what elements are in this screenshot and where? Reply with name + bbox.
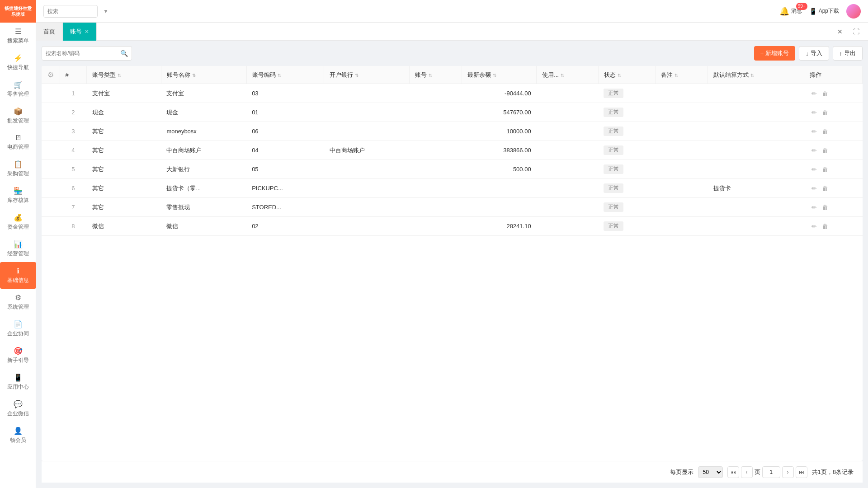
- topbar-search-input[interactable]: [43, 5, 98, 18]
- topbar-dropdown-icon[interactable]: ▼: [103, 8, 108, 14]
- sidebar-item-enterprise-wechat[interactable]: 💬企业微信: [0, 395, 36, 422]
- page-size-select[interactable]: 50 100 200: [698, 466, 723, 478]
- sidebar-item-wholesale[interactable]: 📦批发管理: [0, 103, 36, 129]
- sidebar-item-purchase[interactable]: 📋采购管理: [0, 155, 36, 182]
- cell-notes-1: [655, 103, 708, 122]
- table-header-row: ⚙ # 账号类型⇅ 账号名称⇅ 账号编码⇅ 开户银行⇅ 账号⇅ 最新余额⇅ 使用…: [42, 66, 863, 84]
- tab-account-close[interactable]: ✕: [85, 28, 89, 35]
- status-badge-2: 正常: [604, 127, 623, 136]
- column-code[interactable]: 账号编码⇅: [246, 66, 324, 84]
- cell-usage-6: [537, 198, 599, 217]
- cell-notes-3: [655, 141, 708, 160]
- sidebar-item-retail[interactable]: 🛒零售管理: [0, 76, 36, 103]
- sidebar-item-system[interactable]: ⚙系统管理: [0, 289, 36, 315]
- sidebar-icon-search: ☰: [2, 27, 34, 36]
- cell-status-7: 正常: [598, 217, 655, 236]
- tab-close-all-button[interactable]: ✕: [834, 25, 846, 38]
- sort-code-icon: ⇅: [278, 73, 281, 78]
- cell-payment-6: [708, 198, 804, 217]
- edit-button-3[interactable]: ✏: [810, 147, 819, 154]
- cell-balance-6: [462, 198, 537, 217]
- cell-account-2: [409, 122, 462, 141]
- import-button[interactable]: ↓ 导入: [799, 46, 829, 61]
- delete-button-4[interactable]: 🗑: [820, 166, 830, 173]
- sidebar-label-member: 畅会员: [10, 437, 26, 443]
- edit-button-1[interactable]: ✏: [810, 109, 819, 116]
- edit-button-5[interactable]: ✏: [810, 185, 819, 192]
- column-usage[interactable]: 使用...⇅: [537, 66, 599, 84]
- column-status[interactable]: 状态⇅: [598, 66, 655, 84]
- sidebar-item-search[interactable]: ☰搜索菜单: [0, 23, 36, 49]
- edit-button-4[interactable]: ✏: [810, 166, 819, 173]
- cell-name-4: 大新银行: [161, 160, 246, 179]
- gear-icon: ⚙: [47, 71, 54, 79]
- delete-button-1[interactable]: 🗑: [820, 109, 830, 116]
- tab-home[interactable]: 首页: [36, 23, 63, 41]
- delete-button-2[interactable]: 🗑: [820, 128, 830, 135]
- tab-home-label: 首页: [43, 28, 55, 36]
- cell-type-6: 其它: [87, 198, 161, 217]
- edit-button-7[interactable]: ✏: [810, 223, 819, 230]
- column-account[interactable]: 账号⇅: [409, 66, 462, 84]
- cell-payment-3: [708, 141, 804, 160]
- edit-button-2[interactable]: ✏: [810, 128, 819, 135]
- delete-button-7[interactable]: 🗑: [820, 223, 830, 230]
- table-row: 6 其它 提货卡（零... PICKUPC... 正常 提货卡 ✏ 🗑: [42, 179, 863, 198]
- page-last-button[interactable]: ⏭: [796, 466, 807, 478]
- edit-button-6[interactable]: ✏: [810, 204, 819, 211]
- app-download-button[interactable]: 📱 App下载: [809, 7, 839, 15]
- column-notes[interactable]: 备注⇅: [655, 66, 708, 84]
- main-area: ▼ 🔔 99+ 消息 📱 App下载 首页 账号 ✕ ✕ ⛶: [36, 0, 868, 488]
- delete-button-0[interactable]: 🗑: [820, 90, 830, 97]
- topbar: ▼ 🔔 99+ 消息 📱 App下载: [36, 0, 868, 23]
- edit-button-0[interactable]: ✏: [810, 90, 819, 97]
- column-bank[interactable]: 开户银行⇅: [324, 66, 410, 84]
- tab-account-label: 账号: [70, 28, 82, 36]
- sidebar-item-inventory[interactable]: 🏪库存核算: [0, 182, 36, 209]
- page-prev-button[interactable]: ‹: [741, 466, 753, 478]
- user-avatar[interactable]: [846, 4, 861, 19]
- sidebar-label-guide: 新手引导: [7, 357, 29, 363]
- column-type[interactable]: 账号类型⇅: [87, 66, 161, 84]
- tabbar: 首页 账号 ✕ ✕ ⛶: [36, 23, 868, 41]
- delete-button-5[interactable]: 🗑: [820, 185, 830, 192]
- cell-account-1: [409, 103, 462, 122]
- sidebar-item-member[interactable]: 👤畅会员: [0, 422, 36, 449]
- cell-usage-2: [537, 122, 599, 141]
- sidebar-item-ecommerce[interactable]: 🖥电商管理: [0, 129, 36, 155]
- sidebar-item-quick-nav[interactable]: ⚡快捷导航: [0, 49, 36, 76]
- add-account-button[interactable]: + 新增账号: [754, 46, 795, 61]
- page-next-button[interactable]: ›: [782, 466, 794, 478]
- cell-payment-5: 提货卡: [708, 179, 804, 198]
- cell-name-6: 零售抵现: [161, 198, 246, 217]
- cell-balance-7: 28241.10: [462, 217, 537, 236]
- sidebar-icon-wholesale: 📦: [2, 107, 34, 116]
- delete-button-3[interactable]: 🗑: [820, 147, 830, 154]
- cell-code-6: STORED...: [246, 198, 324, 217]
- tab-account[interactable]: 账号 ✕: [63, 23, 97, 41]
- page-first-button[interactable]: ⏮: [727, 466, 739, 478]
- message-button[interactable]: 🔔 99+ 消息: [779, 6, 802, 16]
- column-settings[interactable]: ⚙: [42, 66, 60, 84]
- sidebar-item-app-center[interactable]: 📱应用中心: [0, 369, 36, 395]
- column-balance[interactable]: 最新余额⇅: [462, 66, 537, 84]
- sidebar-item-guide[interactable]: 🎯新手引导: [0, 342, 36, 369]
- sidebar-item-basic-info[interactable]: ℹ基础信息: [0, 262, 36, 289]
- account-search-input[interactable]: [46, 50, 120, 56]
- sidebar-label-system: 系统管理: [7, 304, 29, 310]
- delete-button-6[interactable]: 🗑: [820, 204, 830, 211]
- cell-payment-1: [708, 103, 804, 122]
- cell-notes-2: [655, 122, 708, 141]
- page-number-input[interactable]: [762, 466, 780, 478]
- export-button[interactable]: ↑ 导出: [833, 46, 863, 61]
- sidebar-icon-enterprise-wechat: 💬: [2, 400, 34, 408]
- sidebar-item-finance[interactable]: 💰资金管理: [0, 209, 36, 235]
- cell-type-0: 支付宝: [87, 84, 161, 103]
- cell-settings-4: [42, 160, 60, 179]
- cell-name-7: 微信: [161, 217, 246, 236]
- tab-maximize-button[interactable]: ⛶: [850, 25, 863, 38]
- column-default-payment[interactable]: 默认结算方式⇅: [708, 66, 804, 84]
- sidebar-item-operations[interactable]: 📊经营管理: [0, 235, 36, 262]
- sidebar-item-agreement[interactable]: 📄企业协同: [0, 315, 36, 342]
- column-name[interactable]: 账号名称⇅: [161, 66, 246, 84]
